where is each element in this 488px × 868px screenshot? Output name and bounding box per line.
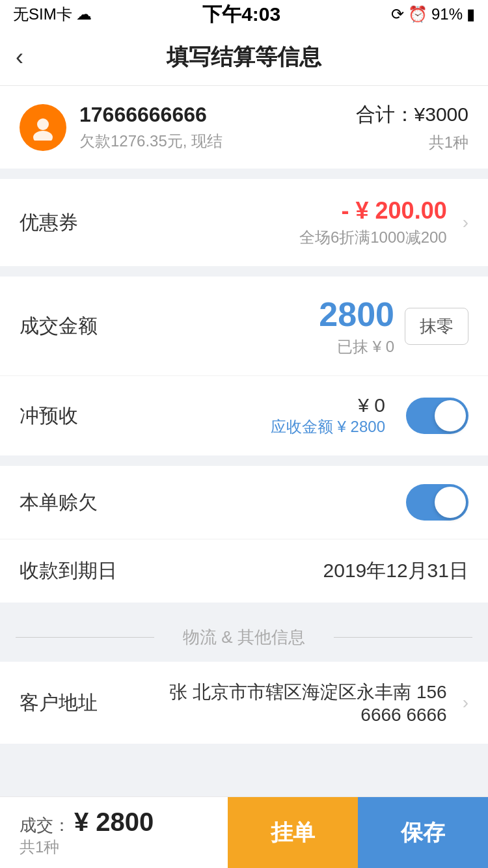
deal-amount-section: 成交金额 2800 已抹 ¥ 0 抹零 冲预收 ¥ 0 应收金额 ¥ 2800 [0, 277, 488, 455]
toggle-thumb [435, 400, 466, 431]
logistics-text: 物流 & 其他信息 [183, 626, 305, 649]
svg-point-0 [37, 118, 49, 130]
bottom-deal-label: 成交： [20, 814, 70, 837]
logistics-header: 物流 & 其他信息 [0, 613, 488, 662]
hang-button[interactable]: 挂单 [228, 797, 358, 869]
sim-status: 无SIM卡 ☁ [13, 4, 92, 25]
bottom-deal-row: 成交： ¥ 2800 [20, 807, 208, 837]
coupon-description: 全场6折满1000减200 [299, 227, 447, 248]
chong-values: ¥ 0 应收金额 ¥ 2800 [271, 394, 385, 437]
chong-precollect-right: ¥ 0 应收金额 ¥ 2800 [271, 394, 468, 437]
customer-phone: 17666666666 [79, 103, 223, 127]
customer-total: 合计：¥3000 [356, 102, 468, 128]
deal-amount-row: 成交金额 2800 已抹 ¥ 0 抹零 [0, 277, 488, 376]
status-bar: 无SIM卡 ☁ 下午4:03 ⟳ ⏰ 91% ▮ [0, 0, 488, 29]
customer-right: 合计：¥3000 共1种 [356, 102, 468, 153]
content: 17666666666 欠款1276.35元, 现结 合计：¥3000 共1种 … [0, 86, 488, 868]
customer-info-left: 17666666666 欠款1276.35元, 现结 [20, 103, 223, 152]
badan-row: 本单赊欠 [0, 466, 488, 539]
coupon-row[interactable]: 优惠券 - ¥ 200.00 全场6折满1000减200 › [0, 179, 488, 266]
chevron-right-icon: › [463, 212, 468, 233]
coupon-discount: - ¥ 200.00 [299, 197, 447, 224]
page-title: 填写结算等信息 [167, 42, 321, 72]
nav-bar: ‹ 填写结算等信息 [0, 29, 488, 86]
badan-toggle[interactable] [406, 484, 468, 521]
address-right: 张 北京市市辖区海淀区永丰南 156 6666 6666 › [148, 680, 468, 726]
address-chevron-icon: › [463, 692, 468, 713]
battery-icon: ▮ [467, 5, 475, 23]
deal-amount-label: 成交金额 [20, 313, 98, 340]
due-date-right: 2019年12月31日 [323, 558, 468, 584]
deal-amount-value: 2800 [319, 295, 394, 334]
customer-details: 17666666666 欠款1276.35元, 现结 [79, 103, 223, 152]
coupon-right: - ¥ 200.00 全场6折满1000减200 › [299, 197, 468, 248]
address-value: 张 北京市市辖区海淀区永丰南 156 6666 6666 [148, 680, 447, 726]
chong-precollect-label: 冲预收 [20, 403, 78, 429]
bottom-left: 成交： ¥ 2800 共1种 [0, 807, 228, 858]
customer-card: 17666666666 欠款1276.35元, 现结 合计：¥3000 共1种 [0, 86, 488, 169]
save-button[interactable]: 保存 [358, 797, 488, 869]
bottom-count: 共1种 [20, 837, 208, 858]
deal-amount-sub: 已抹 ¥ 0 [337, 336, 394, 357]
badan-label: 本单赊欠 [20, 489, 98, 516]
location-icon: ⟳ [391, 5, 404, 23]
battery-level: 91% [431, 5, 463, 23]
customer-sub-text: 欠款1276.35元, 现结 [79, 131, 223, 152]
svg-point-1 [33, 131, 53, 141]
chong-toggle[interactable] [406, 398, 468, 434]
deal-amount-values: 2800 已抹 ¥ 0 [319, 295, 394, 357]
back-button[interactable]: ‹ [16, 44, 23, 71]
due-date-row: 收款到期日 2019年12月31日 [0, 539, 488, 603]
avatar [20, 104, 66, 151]
coupon-section: 优惠券 - ¥ 200.00 全场6折满1000减200 › [0, 179, 488, 266]
address-row[interactable]: 客户地址 张 北京市市辖区海淀区永丰南 156 6666 6666 › [0, 662, 488, 744]
coupon-value-block: - ¥ 200.00 全场6折满1000减200 [299, 197, 447, 248]
chong-value: ¥ 0 [358, 394, 385, 416]
badan-right [406, 484, 468, 521]
address-section: 客户地址 张 北京市市辖区海淀区永丰南 156 6666 6666 › [0, 662, 488, 744]
address-label: 客户地址 [20, 690, 98, 716]
deal-amount-right: 2800 已抹 ¥ 0 抹零 [319, 295, 468, 357]
status-right: ⟳ ⏰ 91% ▮ [391, 5, 475, 23]
status-time: 下午4:03 [202, 1, 280, 28]
customer-count: 共1种 [356, 132, 468, 153]
badan-toggle-thumb [435, 487, 466, 518]
status-left: 无SIM卡 ☁ [13, 4, 92, 25]
logistics-line-left [16, 637, 154, 638]
bottom-amount: ¥ 2800 [74, 807, 154, 837]
bottom-bar: 成交： ¥ 2800 共1种 挂单 保存 [0, 796, 488, 868]
due-date-value: 2019年12月31日 [323, 558, 468, 584]
badan-section: 本单赊欠 收款到期日 2019年12月31日 [0, 466, 488, 603]
chong-sub-text: 应收金额 ¥ 2800 [271, 416, 385, 437]
round-zero-button[interactable]: 抹零 [405, 308, 468, 345]
logistics-line-right [334, 637, 472, 638]
chong-precollect-row: 冲预收 ¥ 0 应收金额 ¥ 2800 [0, 376, 488, 455]
due-date-label: 收款到期日 [20, 558, 117, 584]
coupon-label: 优惠券 [20, 210, 78, 236]
alarm-icon: ⏰ [408, 5, 427, 23]
